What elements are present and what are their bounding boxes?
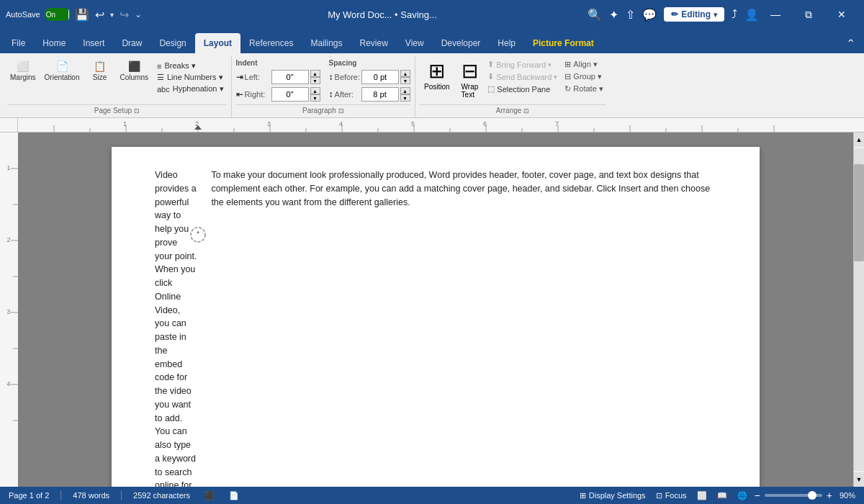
wrap-handle[interactable] [189, 226, 207, 246]
align-button[interactable]: ⊞ Align ▾ [562, 59, 605, 70]
indent-left-down[interactable]: ▼ [310, 77, 320, 84]
spacing-after-icon: ↕ [329, 89, 333, 99]
indent-right-input[interactable] [271, 87, 309, 102]
tab-file[interactable]: File [3, 33, 34, 53]
svg-text:3: 3 [6, 308, 10, 315]
tab-view[interactable]: View [397, 33, 433, 53]
rotate-button[interactable]: ↻ Rotate ▾ [562, 84, 605, 94]
view-web-icon[interactable]: 🌐 [734, 491, 750, 500]
spacing-before-down[interactable]: ▼ [400, 77, 410, 84]
tab-design[interactable]: Design [150, 33, 194, 53]
comments-icon[interactable]: 💬 [642, 8, 657, 22]
title-bar-icons: 💾 ↩ ▾ ↪ ⌄ [75, 8, 142, 22]
zoom-slider[interactable] [765, 494, 822, 497]
view-read-icon[interactable]: 📖 [714, 491, 730, 500]
group-button[interactable]: ⊟ Group ▾ [562, 71, 605, 82]
margins-button[interactable]: ⬜ Margins [7, 59, 39, 83]
scroll-up-button[interactable]: ▲ [854, 132, 865, 147]
char-count-item[interactable]: 2592 characters [130, 491, 193, 500]
indent-right-down[interactable]: ▼ [310, 94, 320, 102]
save-icon[interactable]: 💾 [75, 8, 89, 22]
spacing-after-up[interactable]: ▲ [400, 87, 410, 94]
scroll-track[interactable] [854, 148, 864, 471]
spacing-after-spin[interactable] [361, 87, 399, 102]
tab-draw[interactable]: Draw [113, 33, 150, 53]
line-numbers-button[interactable]: ☰ Line Numbers ▾ [154, 72, 227, 83]
arrange-group: ⊞ Position ⊟ Wrap Text ⬆ Bring Forward ▾… [415, 56, 610, 117]
bring-forward-button[interactable]: ⬆ Bring Forward ▾ [485, 59, 559, 70]
tab-references[interactable]: References [240, 33, 302, 53]
scroll-thumb[interactable] [854, 164, 864, 261]
svg-text:1: 1 [123, 120, 127, 127]
indent-right-spin[interactable] [271, 87, 309, 102]
scroll-down-button[interactable]: ▼ [854, 472, 865, 487]
customize-qat-icon[interactable]: ⌄ [135, 9, 142, 19]
autosave-toggle[interactable]: On [45, 8, 71, 21]
indent-left-input[interactable] [271, 70, 309, 84]
svg-text:4: 4 [339, 120, 343, 127]
indent-left-up[interactable]: ▲ [310, 70, 320, 77]
close-button[interactable]: ✕ [825, 0, 858, 29]
restore-button[interactable]: ⧉ [792, 0, 825, 29]
tab-review[interactable]: Review [351, 33, 396, 53]
track-changes-icon[interactable]: ⬛ [202, 491, 217, 500]
endnotes-icon[interactable]: 📄 [226, 491, 242, 500]
columns-button[interactable]: ⬛ Columns [117, 59, 151, 83]
display-settings-btn[interactable]: ⊞ Display Settings [577, 491, 649, 500]
undo-icon[interactable]: ↩ [95, 8, 104, 22]
spacing-before-spin[interactable] [361, 70, 399, 84]
copilot-icon[interactable]: ✦ [609, 8, 618, 22]
status-sep-1 [60, 490, 61, 500]
orientation-button[interactable]: 📄 Orientation [42, 59, 83, 83]
hyphenation-button[interactable]: abc Hyphenation ▾ [154, 84, 227, 94]
account-icon[interactable]: 👤 [744, 8, 759, 22]
undo-arrow[interactable]: ▾ [110, 11, 114, 19]
selection-pane-button[interactable]: ⬚ Selection Pane [485, 84, 559, 94]
ribbon-collapse-icon[interactable]: ⌃ [843, 34, 858, 53]
zoom-in-button[interactable]: + [827, 490, 832, 501]
tab-home[interactable]: Home [34, 33, 74, 53]
share-icon[interactable]: ⇧ [626, 8, 635, 22]
spacing-before-input[interactable] [361, 70, 399, 84]
size-button[interactable]: 📋 Size [86, 59, 114, 83]
page-setup-expand-icon[interactable]: ⊡ [134, 107, 140, 114]
ruler-corner [0, 118, 18, 132]
share-btn-icon[interactable]: ⤴ [732, 8, 737, 21]
arrange-expand-icon[interactable]: ⊡ [523, 107, 529, 114]
page-info[interactable]: Page 1 of 2 [6, 491, 52, 500]
tab-developer[interactable]: Developer [433, 33, 490, 53]
tab-layout[interactable]: Layout [195, 33, 240, 53]
spacing-after-input[interactable] [361, 87, 399, 102]
paragraph-expand-icon[interactable]: ⊡ [338, 107, 344, 114]
paragraph-group: Indent ⇥ Left: ▲ ▼ ⇤ Right: [232, 56, 415, 117]
tab-picture-format[interactable]: Picture Format [524, 33, 603, 53]
wrap-text-indicator [189, 226, 207, 243]
search-icon[interactable]: 🔍 [588, 8, 602, 22]
svg-rect-0 [18, 118, 864, 132]
document-scroll-area[interactable]: Video provides a powerful way to help yo… [18, 132, 853, 487]
view-layout-icon[interactable]: ⬜ [694, 491, 710, 500]
tab-insert[interactable]: Insert [74, 33, 113, 53]
redo-icon[interactable]: ↪ [120, 8, 129, 22]
vertical-scrollbar[interactable]: ▲ ▼ [853, 132, 864, 487]
word-count-item[interactable]: 478 words [70, 491, 112, 500]
breaks-button[interactable]: ≡ Breaks ▾ [154, 60, 227, 71]
minimize-button[interactable]: — [759, 0, 792, 29]
position-button[interactable]: ⊞ Position [420, 59, 454, 93]
ruler-row: 1 2 3 4 5 6 7 [0, 118, 864, 132]
focus-button[interactable]: ⊡ Focus [653, 491, 690, 500]
spacing-after-down[interactable]: ▼ [400, 94, 410, 102]
columns-icon: ⬛ [128, 60, 140, 72]
spacing-before-up[interactable]: ▲ [400, 70, 410, 77]
tab-mailings[interactable]: Mailings [302, 33, 351, 53]
indent-left-spin[interactable] [271, 70, 309, 84]
indent-right-up[interactable]: ▲ [310, 87, 320, 94]
zoom-out-button[interactable]: − [755, 490, 760, 501]
zoom-level[interactable]: 90% [837, 491, 858, 500]
tab-help[interactable]: Help [489, 33, 524, 53]
spacing-after-label: After: [335, 90, 360, 99]
wrap-text-button[interactable]: ⊟ Wrap Text [457, 59, 483, 101]
send-backward-button[interactable]: ⬇ Send Backward ▾ [485, 71, 559, 82]
vertical-ruler: 1 2 3 4 [0, 132, 18, 487]
editing-button[interactable]: ✏ Editing ▾ [664, 7, 724, 22]
